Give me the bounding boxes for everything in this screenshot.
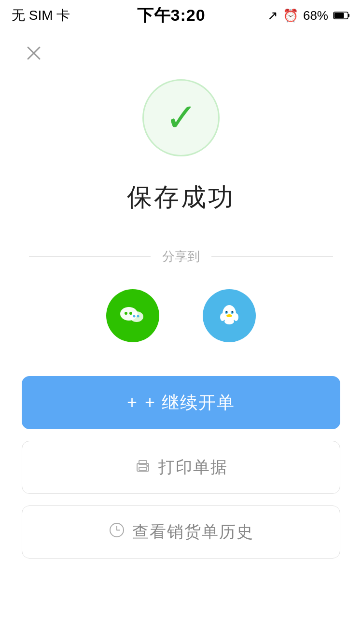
location-icon: ↗	[267, 8, 278, 23]
continue-label: + 继续开单	[145, 391, 235, 415]
checkmark-icon: ✓	[165, 98, 197, 137]
success-title: 保存成功	[127, 181, 235, 214]
svg-point-17	[226, 314, 232, 317]
svg-point-15	[226, 311, 227, 312]
wechat-share-button[interactable]	[106, 289, 159, 342]
svg-point-24	[146, 465, 148, 467]
qq-share-button[interactable]	[203, 289, 256, 342]
svg-rect-23	[139, 467, 147, 470]
battery-text: 68%	[303, 8, 328, 23]
divider-left	[29, 256, 151, 257]
print-label: 打印单据	[158, 456, 228, 478]
svg-point-9	[129, 312, 132, 315]
status-time: 下午3:20	[137, 4, 206, 27]
svg-rect-2	[348, 14, 349, 17]
svg-point-18	[220, 313, 225, 321]
print-icon	[134, 457, 152, 478]
svg-point-20	[224, 319, 234, 324]
alarm-icon: ⏰	[283, 8, 298, 23]
status-bar: 无 SIM 卡 下午3:20 ↗ ⏰ 68%	[0, 0, 362, 31]
svg-point-16	[232, 311, 233, 312]
share-section: 分享到	[0, 248, 362, 342]
continue-icon: +	[127, 392, 138, 413]
continue-button[interactable]: + + 继续开单	[22, 376, 340, 429]
battery-icon	[333, 8, 350, 23]
history-label: 查看销货单历史	[132, 521, 254, 543]
close-button[interactable]	[19, 39, 48, 68]
divider-right	[211, 256, 333, 257]
history-button[interactable]: 查看销货单历史	[22, 505, 340, 559]
svg-rect-3	[334, 13, 344, 18]
share-icons	[0, 289, 362, 342]
share-divider: 分享到	[0, 248, 362, 265]
history-icon	[108, 521, 125, 543]
status-left: 无 SIM 卡	[12, 6, 75, 25]
action-buttons: + + 继续开单 打印单据 查看销货单历史	[22, 376, 340, 559]
print-button[interactable]: 打印单据	[22, 441, 340, 494]
main-content: ✓ 保存成功 分享到	[0, 31, 362, 559]
status-right: ↗ ⏰ 68%	[267, 8, 350, 23]
carrier-text: 无 SIM 卡	[12, 6, 70, 25]
svg-point-11	[137, 315, 139, 317]
svg-point-10	[133, 315, 135, 317]
share-label: 分享到	[151, 248, 211, 265]
svg-point-8	[125, 312, 127, 315]
success-circle: ✓	[142, 79, 220, 156]
svg-point-19	[234, 313, 238, 321]
